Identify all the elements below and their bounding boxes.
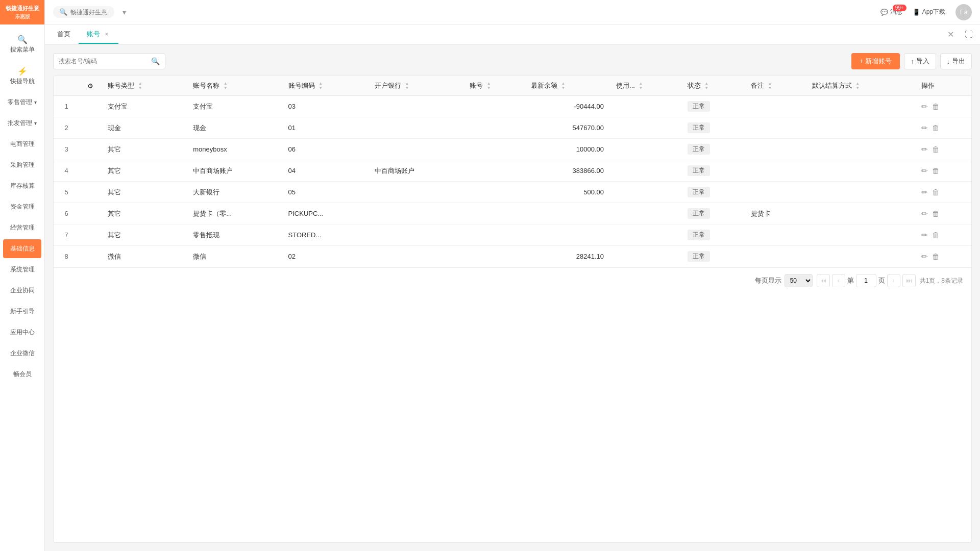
cell-balance: 28241.10: [525, 246, 610, 267]
cell-code: 06: [282, 139, 369, 160]
app-download-button[interactable]: 📱 App下载: [913, 8, 945, 16]
col-payment[interactable]: 默认结算方式 ▲▼: [806, 76, 916, 96]
per-page-select[interactable]: 50 100 200: [785, 274, 813, 287]
cell-usage: [610, 139, 681, 160]
cell-remark: [745, 246, 806, 267]
edit-icon[interactable]: ✏: [921, 209, 928, 218]
cell-action: ✏ 🗑: [915, 96, 971, 117]
page-input[interactable]: [856, 274, 876, 287]
global-search-box[interactable]: 🔍: [53, 6, 114, 18]
last-page-button[interactable]: ⏭: [902, 274, 916, 287]
sidebar-item-purchase[interactable]: 采购管理: [3, 156, 41, 174]
tab-close-icon[interactable]: ×: [103, 31, 110, 38]
edit-icon[interactable]: ✏: [921, 123, 928, 133]
sidebar-item-retail[interactable]: 零售管理 ▾: [3, 93, 41, 112]
search-input[interactable]: [59, 58, 151, 65]
sidebar-item-agreement[interactable]: 企业协同: [3, 281, 41, 300]
toolbar: 🔍 + 新增账号 ↑ 导入 ↓ 导出: [53, 53, 972, 69]
expand-tab-icon[interactable]: ⛶: [962, 28, 976, 42]
sidebar-item-wechat[interactable]: 企业微信: [3, 344, 41, 363]
delete-icon[interactable]: 🗑: [932, 252, 940, 261]
export-button[interactable]: ↓ 导出: [940, 53, 972, 69]
close-tab-icon[interactable]: ✕: [943, 28, 958, 42]
delete-icon[interactable]: 🗑: [932, 102, 940, 111]
edit-icon[interactable]: ✏: [921, 102, 928, 111]
cell-gear: [79, 96, 102, 117]
sidebar-item-system[interactable]: 系统管理: [3, 260, 41, 279]
account-table-container: ⚙ 账号类型 ▲▼ 账号名称 ▲▼ 账号编码 ▲▼: [53, 76, 972, 543]
sidebar-item-inventory[interactable]: 库存核算: [3, 177, 41, 195]
col-remark[interactable]: 备注 ▲▼: [745, 76, 806, 96]
sidebar-item-operations[interactable]: 经营管理: [3, 218, 41, 237]
cell-balance: -90444.00: [525, 96, 610, 117]
col-status[interactable]: 状态 ▲▼: [681, 76, 745, 96]
dropdown-icon[interactable]: ▾: [122, 8, 126, 16]
search-icon[interactable]: 🔍: [151, 57, 160, 65]
global-search-input[interactable]: [70, 9, 111, 16]
cell-remark: [745, 96, 806, 117]
col-balance[interactable]: 最新余额 ▲▼: [525, 76, 610, 96]
col-gear[interactable]: ⚙: [79, 76, 102, 96]
sidebar-item-wholesale[interactable]: 批发管理 ▾: [3, 114, 41, 133]
chevron-right-icon: ▾: [34, 120, 37, 126]
sidebar-item-label: 快捷导航: [10, 77, 35, 86]
sort-icon: ▲▼: [855, 82, 860, 90]
edit-icon[interactable]: ✏: [921, 188, 928, 197]
cell-account: [463, 160, 525, 182]
messages-button[interactable]: 💬 消息 99+: [880, 8, 902, 16]
cell-type: 其它: [102, 203, 187, 224]
cell-gear: [79, 246, 102, 267]
edit-icon[interactable]: ✏: [921, 231, 928, 240]
cell-action: ✏ 🗑: [915, 224, 971, 246]
cell-bank: [369, 246, 463, 267]
tab-home[interactable]: 首页: [49, 26, 79, 44]
col-code[interactable]: 账号编码 ▲▼: [282, 76, 369, 96]
sidebar-item-guide[interactable]: 新手引导: [3, 302, 41, 321]
cell-index: 3: [54, 139, 79, 160]
col-name[interactable]: 账号名称 ▲▼: [187, 76, 282, 96]
table-row: 6 其它 提货卡（零... PICKUPC... 正常 提货卡 ✏ 🗑: [54, 203, 971, 224]
delete-icon[interactable]: 🗑: [932, 231, 940, 239]
cell-remark: [745, 182, 806, 203]
cell-payment: [806, 203, 916, 224]
cell-payment: [806, 117, 916, 139]
sidebar-item-shortcut[interactable]: ⚡ 快捷导航: [3, 61, 41, 91]
logo-title: 畅捷通好生意: [6, 5, 39, 12]
import-button[interactable]: ↑ 导入: [904, 53, 936, 69]
edit-icon[interactable]: ✏: [921, 145, 928, 154]
search-input-wrap[interactable]: 🔍: [53, 53, 165, 69]
delete-icon[interactable]: 🗑: [932, 209, 940, 218]
col-bank[interactable]: 开户银行 ▲▼: [369, 76, 463, 96]
tab-account[interactable]: 账号 ×: [79, 26, 118, 44]
edit-icon[interactable]: ✏: [921, 166, 928, 176]
cell-index: 5: [54, 182, 79, 203]
sidebar-item-finance[interactable]: 资金管理: [3, 197, 41, 216]
import-icon: ↑: [911, 58, 914, 65]
first-page-button[interactable]: ⏮: [817, 274, 830, 287]
user-avatar[interactable]: Ea: [955, 4, 972, 20]
cell-code: PICKUPC...: [282, 203, 369, 224]
sidebar-item-member[interactable]: 畅会员: [3, 365, 41, 384]
delete-icon[interactable]: 🗑: [932, 123, 940, 132]
delete-icon[interactable]: 🗑: [932, 188, 940, 196]
col-type[interactable]: 账号类型 ▲▼: [102, 76, 187, 96]
col-usage[interactable]: 使用... ▲▼: [610, 76, 681, 96]
delete-icon[interactable]: 🗑: [932, 166, 940, 175]
sidebar-item-basic[interactable]: 基础信息: [3, 239, 41, 258]
download-icon: 📱: [913, 9, 920, 16]
cell-account: [463, 246, 525, 267]
delete-icon[interactable]: 🗑: [932, 145, 940, 154]
next-page-button[interactable]: ›: [887, 274, 900, 287]
cell-name: 提货卡（零...: [187, 203, 282, 224]
prev-page-button[interactable]: ‹: [832, 274, 845, 287]
sidebar-item-appcenter[interactable]: 应用中心: [3, 323, 41, 342]
of-label: 页: [878, 276, 885, 285]
sidebar-item-search-menu[interactable]: 🔍 搜索菜单: [3, 30, 41, 59]
cell-status: 正常: [681, 139, 745, 160]
table-row: 5 其它 大新银行 05 500.00 正常 ✏ 🗑: [54, 182, 971, 203]
edit-icon[interactable]: ✏: [921, 252, 928, 261]
add-account-button[interactable]: + 新增账号: [851, 53, 900, 69]
sidebar-item-ecommerce[interactable]: 电商管理: [3, 135, 41, 154]
col-account[interactable]: 账号 ▲▼: [463, 76, 525, 96]
cell-payment: [806, 160, 916, 182]
